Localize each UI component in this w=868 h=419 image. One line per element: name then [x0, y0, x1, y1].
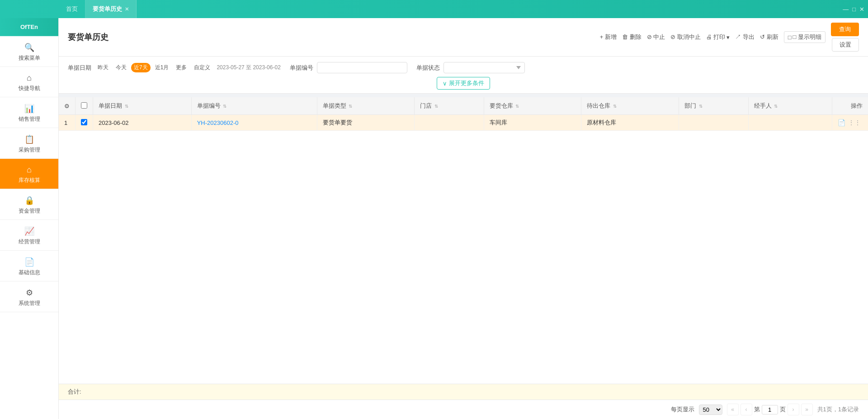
window-minimize-icon[interactable]: — — [843, 6, 849, 13]
tab-requisition-history-label: 要货单历史 — [93, 5, 122, 13]
show-detail-checkbox[interactable]: □ — [788, 34, 792, 41]
col-doc-number[interactable]: 单据编号 ⇅ — [191, 97, 317, 115]
sidebar-item-finance[interactable]: 🔒 资金管理 — [0, 189, 58, 220]
print-button[interactable]: 🖨 打印 ▾ — [706, 33, 730, 41]
cell-checkbox[interactable] — [75, 115, 93, 131]
tab-home[interactable]: 首页 — [59, 0, 85, 18]
cancel-stop-button[interactable]: ⊘ 取消中止 — [670, 33, 701, 41]
pagination-row: 每页显示 50 100 200 « ‹ 第 页 › » 共1页，1条记录 — [59, 400, 868, 419]
col-doc-type[interactable]: 单据类型 ⇅ — [317, 97, 415, 115]
sidebar-item-basic-info[interactable]: 📄 基础信息 — [0, 251, 58, 281]
col-pending-warehouse[interactable]: 待出仓库 ⇅ — [581, 97, 679, 115]
last-page-button[interactable]: » — [801, 404, 813, 415]
query-button[interactable]: 查询 — [831, 23, 859, 36]
sidebar-logo[interactable]: OfTEn — [0, 18, 58, 36]
page-input[interactable] — [762, 405, 778, 414]
sidebar-item-label: 快捷导航 — [19, 85, 40, 92]
print-dropdown-icon[interactable]: ▾ — [726, 34, 730, 41]
per-page-select[interactable]: 50 100 200 — [699, 405, 722, 415]
sidebar-item-quick-nav[interactable]: ⌂ 快捷导航 — [0, 67, 58, 97]
shortcut-custom[interactable]: 自定义 — [191, 63, 213, 72]
shortcut-more[interactable]: 更多 — [173, 63, 189, 72]
date-label: 单据日期 — [68, 64, 91, 72]
col-req-warehouse[interactable]: 要货仓库 ⇅ — [484, 97, 581, 115]
col-settings[interactable]: ⚙ — [59, 97, 75, 115]
settings-button[interactable]: 设置 — [832, 38, 859, 52]
row-edit-icon[interactable]: 📄 — [838, 119, 845, 126]
add-button[interactable]: + 新增 — [600, 33, 617, 41]
sidebar-item-label: 基础信息 — [19, 269, 40, 276]
tab-home-label: 首页 — [66, 5, 78, 13]
status-select[interactable] — [443, 62, 525, 73]
sidebar-item-purchase[interactable]: 📋 采购管理 — [0, 128, 58, 159]
doc-number-link[interactable]: YH-20230602-0 — [197, 119, 239, 126]
sidebar-item-operations[interactable]: 📈 经营管理 — [0, 220, 58, 251]
cell-doc-date: 2023-06-02 — [93, 115, 192, 131]
col-department[interactable]: 部门 ⇅ — [679, 97, 749, 115]
window-maximize-icon[interactable]: □ — [852, 6, 856, 13]
sort-doc-type-icon: ⇅ — [349, 104, 352, 109]
sidebar-item-search-menu[interactable]: 🔍 搜索菜单 — [0, 36, 58, 67]
sidebar-item-system[interactable]: ⚙ 系统管理 — [0, 281, 58, 312]
table-row: 1 2023-06-02 YH-20230602-0 要货单要货 车间库 原材料… — [59, 115, 868, 131]
show-detail-button[interactable]: □ □ 显示明细 — [784, 31, 826, 43]
row-more-icon[interactable]: ⋮⋮ — [848, 119, 861, 126]
select-all-checkbox[interactable] — [81, 102, 87, 109]
first-page-button[interactable]: « — [727, 404, 739, 415]
col-doc-number-label: 单据编号 — [197, 102, 221, 109]
logo-text: OfTEn — [20, 24, 38, 30]
next-page-button[interactable]: › — [788, 404, 799, 415]
export-label: ↗ 导出 — [735, 33, 755, 41]
sidebar-item-label: 系统管理 — [19, 300, 40, 307]
cell-department — [679, 115, 749, 131]
date-filter-group: 单据日期 昨天 今天 近7天 近1月 更多 自定义 2023-05-27 至 2… — [68, 63, 281, 72]
toolbar: + 新增 🗑 删除 ⊘ 中止 ⊘ 取消中止 🖨 打印 ▾ ↗ 导出 — [600, 23, 859, 52]
tab-close-icon[interactable]: ✕ — [125, 6, 129, 12]
col-store-label: 门店 — [420, 102, 432, 109]
expand-more-button[interactable]: ∨ 展开更多条件 — [437, 77, 490, 90]
page-title: 要货单历史 — [68, 32, 108, 43]
sidebar-item-sales[interactable]: 📊 销售管理 — [0, 97, 58, 128]
col-doc-date[interactable]: 单据日期 ⇅ — [93, 97, 192, 115]
col-handler-label: 经手人 — [754, 102, 772, 109]
sidebar-item-label: 搜索菜单 — [19, 54, 40, 62]
refresh-button[interactable]: ↺ 刷新 — [760, 33, 778, 41]
stop-button[interactable]: ⊘ 中止 — [647, 33, 665, 41]
cell-doc-number[interactable]: YH-20230602-0 — [191, 115, 317, 131]
inventory-icon: ⌂ — [27, 165, 32, 175]
sort-doc-number-icon: ⇅ — [223, 104, 226, 109]
row-checkbox[interactable] — [81, 119, 87, 125]
col-doc-type-label: 单据类型 — [323, 102, 346, 109]
add-label: + 新增 — [600, 33, 617, 41]
sort-req-warehouse-icon: ⇅ — [515, 104, 519, 109]
page-prefix-label: 第 — [754, 405, 760, 414]
show-detail-label: □ 显示明细 — [793, 33, 821, 41]
cell-pending-warehouse: 原材料仓库 — [581, 115, 679, 131]
tab-requisition-history[interactable]: 要货单历史 ✕ — [85, 0, 137, 18]
delete-button[interactable]: 🗑 删除 — [622, 33, 642, 41]
expand-chevron-icon: ∨ — [443, 80, 447, 87]
col-handler[interactable]: 经手人 ⇅ — [748, 97, 832, 115]
main-content: 要货单历史 + 新增 🗑 删除 ⊘ 中止 ⊘ 取消中止 🖨 打印 ▾ — [59, 18, 868, 419]
row-actions: 📄 ⋮⋮ — [838, 119, 863, 126]
shortcut-yesterday[interactable]: 昨天 — [95, 63, 111, 72]
sort-store-icon: ⇅ — [434, 104, 438, 109]
export-button[interactable]: ↗ 导出 — [735, 33, 755, 41]
col-store[interactable]: 门店 ⇅ — [415, 97, 484, 115]
shortcut-1month[interactable]: 近1月 — [152, 63, 172, 72]
shortcut-today[interactable]: 今天 — [113, 63, 129, 72]
window-close-icon[interactable]: ✕ — [859, 6, 864, 13]
doc-number-input[interactable] — [317, 62, 407, 73]
top-bar-tabs: 首页 要货单历史 ✕ — [59, 0, 137, 18]
stop-label: ⊘ 中止 — [647, 33, 665, 41]
prev-page-button[interactable]: ‹ — [741, 404, 752, 415]
quick-nav-icon: ⌂ — [27, 73, 32, 83]
sales-icon: 📊 — [24, 104, 34, 114]
table-settings-icon[interactable]: ⚙ — [64, 103, 70, 110]
sort-pending-warehouse-icon: ⇅ — [613, 104, 617, 109]
col-checkbox[interactable] — [75, 97, 93, 115]
sidebar-item-inventory[interactable]: ⌂ 库存核算 — [0, 159, 58, 189]
total-row: 合计: — [59, 384, 868, 400]
sidebar-item-label: 采购管理 — [19, 146, 40, 154]
shortcut-7days[interactable]: 近7天 — [131, 63, 151, 72]
